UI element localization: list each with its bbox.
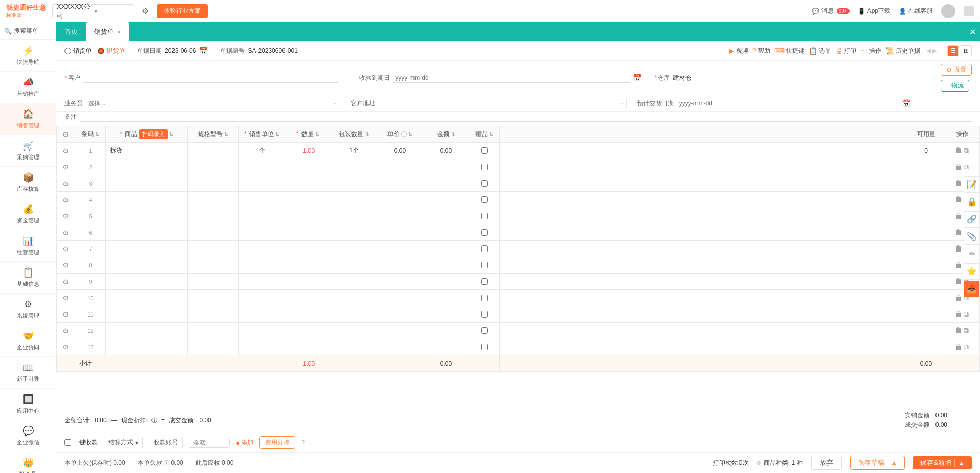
row-gear-icon[interactable]: ⚙	[62, 327, 69, 335]
row-product-cell[interactable]	[106, 208, 188, 224]
row-qty-cell[interactable]	[285, 241, 331, 257]
row-barcode-cell[interactable]: 7	[75, 241, 106, 257]
row-amount-cell[interactable]	[423, 257, 469, 274]
row-spec-cell[interactable]	[188, 208, 239, 224]
help-button[interactable]: ? 帮助	[752, 47, 770, 55]
close-all-tabs-button[interactable]: ✕	[969, 27, 976, 37]
save-draft-button[interactable]: 保存草稿 ▲	[850, 456, 905, 470]
grid-view-button[interactable]: ⊞	[961, 45, 972, 56]
row-unit-price-cell[interactable]: 0.00	[377, 143, 423, 159]
row-pkg-qty-cell[interactable]	[331, 208, 377, 224]
salesperson-more-icon[interactable]: ···	[333, 100, 338, 107]
row-pkg-qty-cell[interactable]	[331, 192, 377, 208]
radio-sale-order[interactable]: 销货单	[64, 47, 92, 55]
delete-row-icon[interactable]: 🗑	[955, 326, 962, 334]
row-unit-price-cell[interactable]	[377, 224, 423, 241]
row-unit-cell[interactable]	[239, 339, 285, 355]
delete-row-icon[interactable]: 🗑	[955, 343, 962, 351]
row-barcode-cell[interactable]: 1	[75, 143, 106, 159]
row-spec-cell[interactable]	[188, 257, 239, 274]
calc-method-select[interactable]: 结算方式 ▾	[104, 437, 143, 448]
sidebar-search[interactable]: 🔍 搜索菜单	[0, 22, 56, 40]
delete-row-icon[interactable]: 🗑	[955, 146, 962, 154]
row-unit-cell[interactable]	[239, 208, 285, 224]
row-qty-cell[interactable]	[285, 159, 331, 175]
add-payment-button[interactable]: ● 添加	[236, 438, 253, 447]
right-icon-3[interactable]: 🔗	[964, 211, 980, 228]
delete-row-icon[interactable]: 🗑	[955, 195, 962, 204]
save-new-arrow-icon[interactable]: ▲	[954, 459, 965, 467]
row-spec-cell[interactable]	[188, 175, 239, 192]
right-icon-7[interactable]: 📤	[964, 281, 980, 297]
row-qty-cell[interactable]	[285, 224, 331, 241]
row-gift-cell[interactable]	[469, 143, 500, 159]
row-amount-cell[interactable]	[423, 224, 469, 241]
app-download-button[interactable]: 📱 App下载	[858, 7, 890, 15]
tab-home[interactable]: 首页	[56, 22, 86, 41]
payment-help-icon[interactable]: ?	[301, 439, 305, 446]
row-unit-cell[interactable]	[239, 274, 285, 290]
notes-input[interactable]	[80, 112, 972, 122]
row-gift-cell[interactable]	[469, 290, 500, 306]
print-button[interactable]: 🖨 打印	[835, 47, 856, 55]
row-gear-icon[interactable]: ⚙	[62, 196, 69, 204]
row-gear-icon[interactable]: ⚙	[62, 310, 69, 319]
sidebar-item-inventory[interactable]: 📦 库存核算	[0, 167, 56, 198]
spec-sort-icon[interactable]: ⇅	[224, 131, 228, 137]
sidebar-item-weixin[interactable]: 💬 企业微信	[0, 420, 56, 452]
delete-row-icon[interactable]: 🗑	[955, 179, 962, 187]
row-unit-cell[interactable]	[239, 159, 285, 175]
row-qty-cell[interactable]	[285, 306, 331, 323]
delete-row-icon[interactable]: 🗑	[955, 294, 962, 302]
row-spec-cell[interactable]	[188, 306, 239, 323]
row-unit-cell[interactable]	[239, 175, 285, 192]
tab-close-icon[interactable]: ×	[117, 28, 121, 36]
row-gear-icon[interactable]: ⚙	[62, 245, 69, 253]
delete-row-icon[interactable]: 🗑	[955, 277, 962, 285]
row-amount-cell[interactable]	[423, 306, 469, 323]
right-icon-4[interactable]: 📎	[964, 229, 980, 245]
right-icon-1[interactable]: 📝	[964, 176, 980, 193]
try-industry-button[interactable]: 体验行业方案	[157, 4, 208, 18]
row-barcode-cell[interactable]: 12	[75, 323, 106, 339]
row-gift-cell[interactable]	[469, 192, 500, 208]
row-spec-cell[interactable]	[188, 224, 239, 241]
row-gear-icon[interactable]: ⚙	[62, 343, 69, 351]
right-icon-2[interactable]: 🔒	[964, 194, 980, 210]
row-unit-price-cell[interactable]	[377, 208, 423, 224]
row-product-cell[interactable]	[106, 339, 188, 355]
row-unit-price-cell[interactable]	[377, 192, 423, 208]
delete-row-icon[interactable]: 🗑	[955, 163, 962, 171]
row-gear-icon[interactable]: ⚙	[62, 278, 69, 286]
row-amount-cell[interactable]	[423, 175, 469, 192]
price-sort-icon[interactable]: ⇅	[408, 131, 412, 137]
row-qty-cell[interactable]	[285, 339, 331, 355]
row-unit-price-cell[interactable]	[377, 257, 423, 274]
row-gift-cell[interactable]	[469, 339, 500, 355]
row-qty-cell[interactable]	[285, 323, 331, 339]
unit-sort-icon[interactable]: ⇅	[275, 131, 279, 137]
row-gear-icon[interactable]: ⚙	[62, 179, 69, 188]
scan-barcode-button[interactable]: 扫码录入	[139, 129, 168, 139]
row-unit-cell[interactable]	[239, 290, 285, 306]
row-gear-icon[interactable]: ⚙	[62, 163, 69, 171]
sidebar-item-appstore[interactable]: 🔲 应用中心	[0, 389, 56, 420]
abandon-button[interactable]: 放弃	[811, 456, 842, 470]
row-gift-cell[interactable]	[469, 159, 500, 175]
row-pkg-qty-cell[interactable]	[331, 274, 377, 290]
row-pkg-qty-cell[interactable]	[331, 224, 377, 241]
message-button[interactable]: 💬 消息 99+	[812, 7, 850, 15]
row-gear-icon[interactable]: ⚙	[62, 147, 69, 155]
row-spec-cell[interactable]	[188, 323, 239, 339]
row-gift-cell[interactable]	[469, 323, 500, 339]
row-unit-price-cell[interactable]	[377, 159, 423, 175]
delivery-date-input[interactable]	[677, 99, 899, 108]
row-unit-cell[interactable]	[239, 224, 285, 241]
row-spec-cell[interactable]	[188, 339, 239, 355]
row-unit-cell[interactable]	[239, 241, 285, 257]
sidebar-item-operations[interactable]: 📊 经营管理	[0, 230, 56, 262]
row-product-cell[interactable]	[106, 175, 188, 192]
row-amount-cell[interactable]	[423, 192, 469, 208]
customer-more-icon[interactable]: ···	[341, 74, 346, 81]
row-product-cell[interactable]	[106, 290, 188, 306]
